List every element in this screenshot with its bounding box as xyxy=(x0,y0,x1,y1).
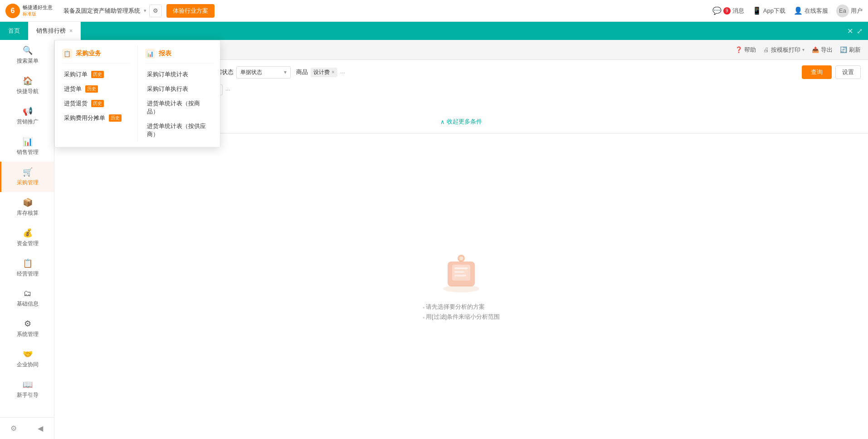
goods-tag-close[interactable]: × xyxy=(332,69,335,75)
goods-tag: 设计费 × xyxy=(311,68,337,77)
purchase-expense-label: 采购费用分摊单 xyxy=(64,114,105,122)
industry-button[interactable]: 体验行业方案 xyxy=(166,4,215,18)
empty-hints: 请先选择要分析的方案 用[过滤]条件来缩小分析范围 xyxy=(423,301,500,323)
dropdown-purchase-order-stat[interactable]: 采购订单统计表 xyxy=(145,67,213,82)
app-download-button[interactable]: 📱 App下载 xyxy=(752,6,785,15)
sidebar-item-purchase-label: 采购管理 xyxy=(17,179,39,187)
query-button[interactable]: 查询 xyxy=(802,65,832,79)
empty-hint-1: 请先选择要分析的方案 xyxy=(426,303,485,310)
dropdown-goods-stat-by-supplier[interactable]: 进货单统计表（按供应商） xyxy=(145,119,213,142)
header-right: 💬 9 消息 📱 App下载 👤 在线客服 Ea 用户 xyxy=(712,5,863,17)
sidebar-item-operations-label: 经营管理 xyxy=(17,270,39,278)
tab-sales-rank-label: 销售排行榜 xyxy=(36,27,66,35)
help-button[interactable]: ❓ 帮助 xyxy=(735,46,756,54)
svg-rect-3 xyxy=(454,267,468,269)
purchase-order-label: 采购订单 xyxy=(64,70,88,79)
refresh-icon: 🔄 xyxy=(840,46,847,53)
app-icon: 📱 xyxy=(752,6,761,15)
sidebar-item-nav[interactable]: 🏠 快捷导航 xyxy=(0,70,54,101)
print-dropdown-icon[interactable]: ▾ xyxy=(802,47,805,52)
sidebar-item-newuser[interactable]: 📖 新手引导 xyxy=(0,374,54,404)
dropdown-purchase-order[interactable]: 采购订单 历史 xyxy=(62,67,130,82)
gear-icon: ⚙ xyxy=(153,7,158,14)
print-button[interactable]: 🖨 按模板打印 ▾ xyxy=(763,46,805,54)
sidebar-item-marketing-label: 营销推广 xyxy=(17,118,39,126)
search-icon: 🔍 xyxy=(23,45,33,55)
dropdown-goods-receipt[interactable]: 进货单 历史 xyxy=(62,82,130,96)
sidebar-item-finance[interactable]: 💰 资金管理 xyxy=(0,222,54,253)
export-label: 导出 xyxy=(821,46,833,54)
logo-icon: 6 xyxy=(5,4,20,18)
print-icon: 🖨 xyxy=(763,46,769,53)
logo-text-block: 畅捷通好生意 标准版 xyxy=(23,4,53,17)
service-label: 在线客服 xyxy=(805,7,828,15)
purchase-col-icon: 📋 xyxy=(62,49,72,59)
dropdown-purchase-order-exec[interactable]: 采购订单执行表 xyxy=(145,82,213,96)
sidebar-item-inventory[interactable]: 📦 库存核算 xyxy=(0,192,54,222)
system-arrow-icon[interactable]: ▾ xyxy=(144,8,146,14)
brand-name: 畅捷通好生意 xyxy=(23,4,53,10)
report-col-icon: 📊 xyxy=(145,49,155,59)
sidebar-item-system[interactable]: ⚙ 系统管理 xyxy=(0,313,54,344)
tab-expand-icon[interactable]: ⤢ xyxy=(857,27,863,35)
sidebar-settings-btn[interactable]: ⚙ xyxy=(0,421,27,435)
sidebar-item-enterprise[interactable]: 🤝 企业协同 xyxy=(0,344,54,374)
message-badge: 9 xyxy=(723,7,731,15)
sidebar-item-system-label: 系统管理 xyxy=(17,330,39,338)
sidebar-bottom: ⚙ ◀ xyxy=(0,417,54,439)
tab-sales-rank[interactable]: 销售排行榜 × xyxy=(28,22,81,40)
purchase-col-header: 📋 采购业务 xyxy=(62,46,130,64)
service-button[interactable]: 👤 在线客服 xyxy=(794,6,828,15)
tab-close-icon[interactable]: × xyxy=(69,28,73,34)
help-icon: ❓ xyxy=(735,46,742,53)
sidebar-collapse-btn[interactable]: ◀ xyxy=(27,421,54,435)
gear-button[interactable]: ⚙ xyxy=(149,5,162,17)
help-label: 帮助 xyxy=(744,46,756,54)
dropdown-purchase-expense[interactable]: 采购费用分摊单 历史 xyxy=(62,111,130,125)
sidebar-item-search[interactable]: 🔍 搜索菜单 xyxy=(0,40,54,70)
tab-home-label: 首页 xyxy=(8,27,20,35)
goods-stat-by-item-label: 进货单统计表（按商品） xyxy=(147,99,211,116)
sidebar-item-inventory-label: 库存核算 xyxy=(17,209,39,217)
sidebar-item-marketing[interactable]: 📢 营销推广 xyxy=(0,101,54,131)
purchase-order-history[interactable]: 历史 xyxy=(91,71,104,78)
sidebar-item-newuser-label: 新手引导 xyxy=(17,391,39,399)
message-button[interactable]: 💬 9 消息 xyxy=(712,6,744,15)
goods-return-history[interactable]: 历史 xyxy=(91,100,104,107)
report-col: 📊 报表 采购订单统计表 采购订单执行表 进货单统计表（按商品） 进货单统计表（… xyxy=(137,46,220,142)
goods-dots[interactable]: ··· xyxy=(340,69,345,76)
collapse-button[interactable]: ∧ 收起更多条件 xyxy=(440,116,482,128)
refresh-button[interactable]: 🔄 刷新 xyxy=(840,46,861,54)
sidebar-item-operations[interactable]: 📋 经营管理 xyxy=(0,253,54,283)
sidebar-item-basic[interactable]: 🗂 基础信息 xyxy=(0,283,54,313)
purchase-order-stat-label: 采购订单统计表 xyxy=(147,70,188,79)
user-label: 用户 xyxy=(851,7,863,15)
empty-state: 请先选择要分析的方案 用[过滤]条件来缩小分析范围 xyxy=(54,133,868,439)
goods-label: 商品 xyxy=(296,68,308,76)
empty-hint-2: 用[过滤]条件来缩小分析范围 xyxy=(426,313,500,320)
goods-return-label: 进货退货 xyxy=(64,99,88,108)
doc-status-select[interactable]: 单据状态 ▾ xyxy=(236,66,291,79)
report-col-header: 📊 报表 xyxy=(145,46,213,64)
logo-area: 6 畅捷通好生意 标准版 xyxy=(5,4,60,18)
sidebar-item-sales[interactable]: 📊 销售管理 xyxy=(0,131,54,162)
purchase-icon: 🛒 xyxy=(23,167,33,177)
message-label: 消息 xyxy=(732,7,744,15)
settings-button[interactable]: 设置 xyxy=(835,65,861,79)
operations-icon: 📋 xyxy=(23,258,33,268)
purchase-dropdown-menu: 📋 采购业务 采购订单 历史 进货单 历史 进货退货 历史 采购费用分摊单 历史… xyxy=(54,40,220,148)
sidebar-item-purchase[interactable]: 🛒 采购管理 xyxy=(0,162,54,192)
salesperson-dots[interactable]: ··· xyxy=(225,86,230,93)
dropdown-goods-return[interactable]: 进货退货 历史 xyxy=(62,96,130,111)
collapse-icon: ∧ xyxy=(440,118,445,125)
tab-close-window-icon[interactable]: ✕ xyxy=(847,27,853,35)
home-icon: 🏠 xyxy=(23,76,33,86)
goods-receipt-history[interactable]: 历史 xyxy=(85,85,98,93)
user-button[interactable]: Ea 用户 xyxy=(836,5,863,17)
app-label: App下载 xyxy=(763,7,785,15)
dropdown-goods-stat-by-item[interactable]: 进货单统计表（按商品） xyxy=(145,96,213,119)
export-button[interactable]: 📤 导出 xyxy=(812,46,833,54)
collapse-label: 收起更多条件 xyxy=(447,118,482,126)
tab-home[interactable]: 首页 xyxy=(0,22,28,40)
purchase-expense-history[interactable]: 历史 xyxy=(109,114,122,122)
